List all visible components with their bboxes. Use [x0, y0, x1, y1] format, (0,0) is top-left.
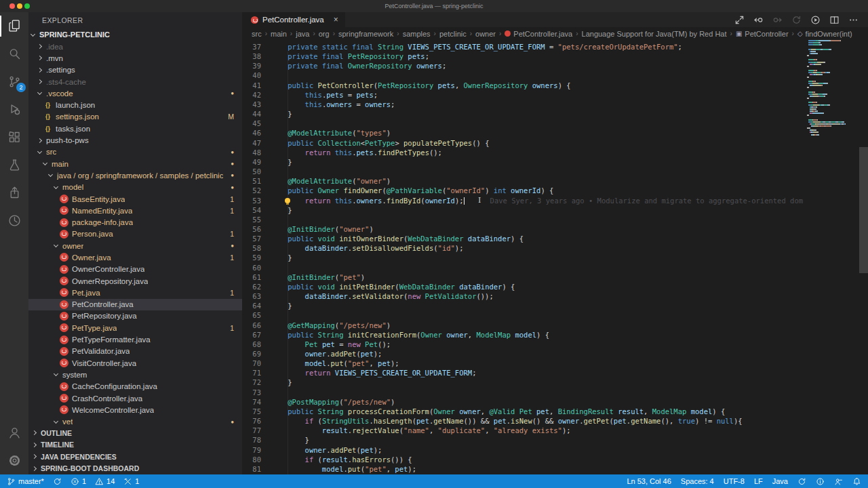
- run-icon[interactable]: [810, 15, 821, 25]
- line-number[interactable]: 37: [242, 42, 261, 52]
- status-java[interactable]: Java: [772, 477, 788, 485]
- code-line-44[interactable]: 44 }: [242, 109, 868, 119]
- code-line-75[interactable]: 75 public String processCreationForm(Own…: [242, 407, 868, 416]
- code-line-41[interactable]: 41 public PetController(PetRepository pe…: [242, 81, 868, 90]
- code-line-63[interactable]: 63 dataBinder.setValidator(new PetValida…: [242, 291, 868, 301]
- line-number[interactable]: 45: [242, 119, 261, 128]
- tree-item-petrepository.java[interactable]: PetRepository.java: [28, 310, 242, 322]
- code-line-48[interactable]: 48 return this.pets.findPetTypes();: [242, 148, 868, 157]
- code-line-80[interactable]: 80 if (result.hasErrors()) {: [242, 455, 868, 464]
- activity-run-debug-icon[interactable]: [0, 96, 28, 123]
- line-number[interactable]: 43: [242, 100, 261, 109]
- breadcrumb-item[interactable]: Language Support for Java(TM) by Red Hat: [582, 30, 727, 38]
- tree-item-crashcontroller.java[interactable]: CrashController.java: [28, 392, 242, 404]
- tree-item-.idea[interactable]: .idea: [28, 41, 242, 52]
- line-number[interactable]: 54: [242, 205, 261, 215]
- compare-icon[interactable]: [734, 15, 745, 25]
- code-line-56[interactable]: 56 @InitBinder("owner"): [242, 224, 868, 234]
- status-warning[interactable]: 14: [95, 477, 115, 486]
- status-ln-53-col-46[interactable]: Ln 53, Col 46: [627, 477, 671, 485]
- line-number[interactable]: 72: [242, 378, 261, 387]
- line-number[interactable]: 74: [242, 397, 261, 407]
- line-number[interactable]: 77: [242, 426, 261, 435]
- minimap[interactable]: [806, 40, 859, 176]
- activity-extensions-icon[interactable]: [0, 123, 28, 151]
- tree-item-visitcontroller.java[interactable]: VisitController.java: [28, 357, 242, 369]
- close-tab-icon[interactable]: ×: [334, 15, 338, 24]
- tree-item-src[interactable]: src●: [28, 146, 242, 158]
- code-line-60[interactable]: 60: [242, 263, 868, 272]
- code-line-64[interactable]: 64 }: [242, 301, 868, 310]
- tree-item-cacheconfiguration.java[interactable]: CacheConfiguration.java: [28, 381, 242, 392]
- tree-item-.sts4-cache[interactable]: .sts4-cache: [28, 76, 242, 87]
- code-line-38[interactable]: 38 private final PetRepository pets;: [242, 52, 868, 61]
- window-controls[interactable]: [9, 3, 30, 9]
- code-line-81[interactable]: 81 model.put("pet", pet);: [242, 464, 868, 474]
- code-line-55[interactable]: 55: [242, 215, 868, 224]
- tree-item-pettypeformatter.java[interactable]: PetTypeFormatter.java: [28, 333, 242, 345]
- pane-timeline[interactable]: TIMELINE: [28, 439, 242, 451]
- line-number[interactable]: 56: [242, 224, 261, 234]
- scrollbar-thumb[interactable]: [859, 147, 868, 273]
- tree-item-petvalidator.java[interactable]: PetValidator.java: [28, 346, 242, 357]
- line-number[interactable]: 60: [242, 263, 261, 272]
- code-line-61[interactable]: 61 @InitBinder("pet"): [242, 272, 868, 282]
- line-number[interactable]: 53: [242, 196, 261, 205]
- line-number[interactable]: 67: [242, 330, 261, 340]
- zoom-window-button[interactable]: [24, 3, 30, 9]
- activity-deploy-icon[interactable]: [0, 179, 28, 207]
- code-line-77[interactable]: 77 result.rejectValue("name", "duplicate…: [242, 426, 868, 435]
- tab-petcontroller[interactable]: PetController.java ×: [242, 12, 345, 27]
- code-line-45[interactable]: 45: [242, 119, 868, 128]
- tree-item-launch.json[interactable]: {}launch.json: [28, 99, 242, 110]
- activity-explorer-icon[interactable]: [0, 12, 28, 40]
- line-number[interactable]: 39: [242, 61, 261, 70]
- breadcrumb-item[interactable]: petclinic: [439, 30, 467, 38]
- line-number[interactable]: 63: [242, 291, 261, 301]
- code-line-79[interactable]: 79 owner.addPet(pet);: [242, 445, 868, 455]
- breadcrumb-item[interactable]: owner: [475, 30, 496, 38]
- tree-item-push-to-pws[interactable]: push-to-pws: [28, 134, 242, 146]
- line-number[interactable]: 38: [242, 52, 261, 61]
- code-line-51[interactable]: 51 @ModelAttribute("owner"): [242, 176, 868, 186]
- status-tools[interactable]: 1: [123, 477, 139, 486]
- breadcrumb-item[interactable]: springframework: [338, 30, 393, 38]
- line-number[interactable]: 57: [242, 234, 261, 243]
- line-number[interactable]: 79: [242, 445, 261, 455]
- breadcrumb-item[interactable]: PetController.java: [505, 30, 572, 38]
- line-number[interactable]: 81: [242, 464, 261, 474]
- code-line-70[interactable]: 70 model.put("pet", pet);: [242, 359, 868, 368]
- code-line-40[interactable]: 40: [242, 70, 868, 80]
- workspace-section-header[interactable]: SPRING-PETCLINIC: [28, 28, 242, 41]
- status-spaces-4[interactable]: Spaces: 4: [681, 477, 714, 485]
- line-number[interactable]: 52: [242, 186, 261, 195]
- tree-item-main[interactable]: main●: [28, 158, 242, 169]
- code-line-54[interactable]: 54 }: [242, 205, 868, 215]
- tree-item-person.java[interactable]: Person.java1: [28, 228, 242, 240]
- status-sync[interactable]: [53, 477, 62, 486]
- line-number[interactable]: 68: [242, 340, 261, 349]
- code-editor[interactable]: 37 private static final String VIEWS_PET…: [242, 40, 868, 474]
- tree-item-settings.json[interactable]: {}settings.jsonM: [28, 111, 242, 123]
- line-number[interactable]: 50: [242, 167, 261, 176]
- code-line-58[interactable]: 58 dataBinder.setDisallowedFields("id");: [242, 243, 868, 253]
- more-icon[interactable]: [848, 15, 859, 25]
- tree-item-petcontroller.java[interactable]: PetController.java: [28, 299, 242, 310]
- breadcrumb-item[interactable]: java: [296, 30, 309, 38]
- line-number[interactable]: 58: [242, 243, 261, 253]
- line-number[interactable]: 70: [242, 359, 261, 368]
- tree-item-pettype.java[interactable]: PetType.java1: [28, 322, 242, 333]
- line-number[interactable]: 66: [242, 321, 261, 330]
- code-line-76[interactable]: 76 if (StringUtils.hasLength(pet.getName…: [242, 416, 868, 426]
- tree-item-baseentity.java[interactable]: BaseEntity.java1: [28, 193, 242, 205]
- code-line-57[interactable]: 57 public void initOwnerBinder(WebDataBi…: [242, 234, 868, 243]
- tree-item-.mvn[interactable]: .mvn: [28, 52, 242, 64]
- line-number[interactable]: 44: [242, 109, 261, 119]
- code-line-43[interactable]: 43 this.owners = owners;: [242, 100, 868, 109]
- line-number[interactable]: 80: [242, 455, 261, 464]
- code-line-46[interactable]: 46 @ModelAttribute("types"): [242, 128, 868, 138]
- line-number[interactable]: 47: [242, 138, 261, 148]
- activity-search-icon[interactable]: [0, 40, 28, 68]
- code-line-74[interactable]: 74 @PostMapping("/pets/new"): [242, 397, 868, 407]
- breadcrumb-item[interactable]: ▣PetController: [736, 30, 789, 38]
